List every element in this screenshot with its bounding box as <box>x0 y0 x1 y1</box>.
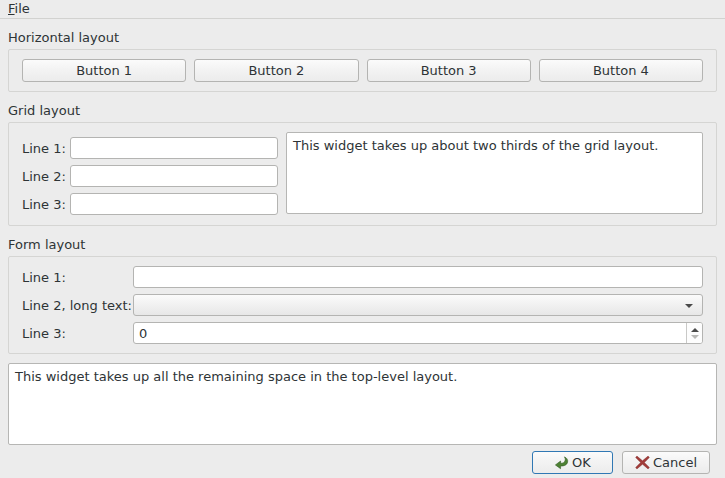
cancel-button-label: Cancel <box>653 455 697 470</box>
grid-line1-input[interactable] <box>70 137 278 159</box>
grid-row-2: Line 2: <box>22 165 278 187</box>
ok-icon <box>554 455 569 470</box>
form-line2-combobox[interactable] <box>133 294 703 316</box>
form-line3-spinbox <box>133 322 703 344</box>
button-1[interactable]: Button 1 <box>22 59 186 82</box>
button-3[interactable]: Button 3 <box>367 59 531 82</box>
form-row-1: Line 1: <box>22 266 703 288</box>
menu-file-label: ile <box>15 1 30 16</box>
form-line1-label: Line 1: <box>22 270 133 285</box>
form-group-title: Form layout <box>8 237 717 252</box>
cancel-icon <box>635 455 650 470</box>
grid-row-1: Line 1: <box>22 137 278 159</box>
grid-row-3: Line 3: <box>22 193 278 215</box>
dialog-content: Horizontal layout Button 1 Button 2 Butt… <box>0 30 725 474</box>
spinbox-input[interactable] <box>134 323 686 343</box>
menubar: File <box>0 0 725 19</box>
ok-button-label: OK <box>572 455 591 470</box>
grid-textedit[interactable]: This widget takes up about two thirds of… <box>286 132 703 214</box>
grid-line2-input[interactable] <box>70 165 278 187</box>
grid-left-column: Line 1: Line 2: Line 3: <box>22 137 278 214</box>
grid-line3-input[interactable] <box>70 193 278 215</box>
button-4[interactable]: Button 4 <box>539 59 703 82</box>
button-2[interactable]: Button 2 <box>194 59 358 82</box>
form-line2-label: Line 2, long text: <box>22 298 133 313</box>
form-line1-input[interactable] <box>133 266 703 288</box>
grid-line1-label: Line 1: <box>22 141 70 156</box>
form-line3-label: Line 3: <box>22 326 133 341</box>
menu-file[interactable]: File <box>0 0 37 18</box>
basic-layouts-window: File Horizontal layout Button 1 Button 2… <box>0 0 725 474</box>
grid-group-frame: Line 1: Line 2: Line 3: This widget take… <box>8 122 717 226</box>
cancel-button[interactable]: Cancel <box>622 451 710 474</box>
combo-dropdown-icon <box>685 304 693 308</box>
bottom-textedit[interactable]: This widget takes up all the remaining s… <box>8 363 717 445</box>
grid-line2-label: Line 2: <box>22 169 70 184</box>
form-group-frame: Line 1: Line 2, long text: Line 3: <box>8 256 717 354</box>
form-row-3: Line 3: <box>22 322 703 344</box>
dialog-button-row: OK Cancel <box>8 451 717 474</box>
spin-up-icon[interactable] <box>691 328 699 332</box>
spin-down-icon[interactable] <box>691 335 699 339</box>
form-row-2: Line 2, long text: <box>22 294 703 316</box>
ok-button[interactable]: OK <box>532 451 613 474</box>
spinbox-buttons <box>686 323 702 343</box>
grid-group-title: Grid layout <box>8 103 717 118</box>
horizontal-group-title: Horizontal layout <box>8 30 717 45</box>
grid-line3-label: Line 3: <box>22 197 70 212</box>
horizontal-group-frame: Button 1 Button 2 Button 3 Button 4 <box>8 49 717 92</box>
